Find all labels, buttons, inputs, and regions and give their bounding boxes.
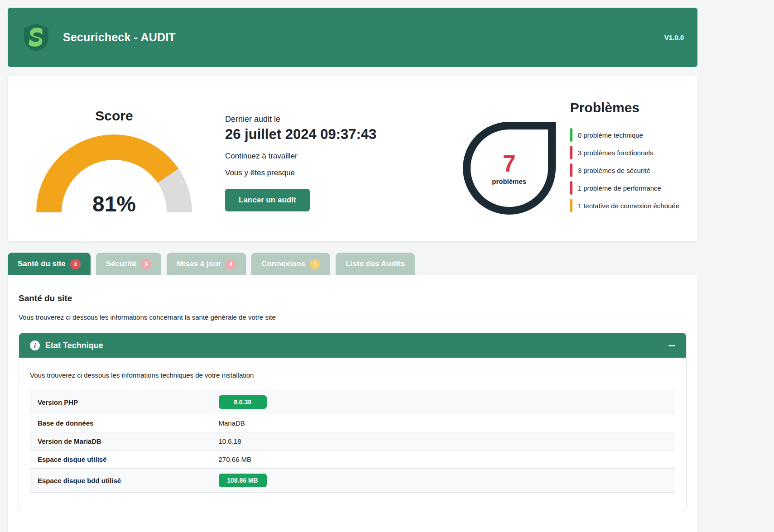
tab-liste-des-audits[interactable]: Liste des Audits bbox=[336, 253, 415, 275]
score-title: Score bbox=[26, 108, 202, 124]
row-value-pill: 108.86 MB bbox=[219, 474, 267, 487]
audit-message-1: Continuez à travailler bbox=[225, 152, 411, 161]
tab-label: Santé du site bbox=[18, 259, 66, 268]
problem-label: 3 problèmes de sécurité bbox=[578, 167, 650, 174]
panel-description: Vous trouverez ci dessous les informatio… bbox=[30, 371, 675, 379]
problems-section: 7 problèmes Problèmes 0 problème techniq… bbox=[463, 96, 679, 216]
problems-count-label: problèmes bbox=[492, 177, 526, 185]
row-label: Version PHP bbox=[30, 390, 212, 414]
problems-title: Problèmes bbox=[570, 100, 679, 115]
row-value-cell: 108.86 MB bbox=[212, 469, 675, 493]
tech-table-row: Version de MariaDB10.6.18 bbox=[30, 432, 675, 451]
audit-section: Dernier audit le 26 juillet 2024 09:37:4… bbox=[225, 96, 411, 216]
content-subtitle: Vous trouverez ci dessous les informatio… bbox=[19, 313, 687, 321]
tab-label: Mises à jour bbox=[177, 259, 221, 268]
panel-header[interactable]: i Etat Technique − bbox=[19, 333, 686, 358]
audit-message-2: Vous y êtes presque bbox=[225, 168, 411, 177]
problems-legend: 0 problème technique3 problèmes fonction… bbox=[570, 128, 679, 212]
panel-body: Vous trouverez ci dessous les informatio… bbox=[19, 358, 686, 511]
problem-label: 1 tentative de connexion échouée bbox=[578, 202, 679, 210]
tab-label: Sécurité bbox=[106, 259, 136, 268]
problem-legend-item: 3 problèmes de sécurité bbox=[570, 163, 679, 177]
last-audit-date: 26 juillet 2024 09:37:43 bbox=[225, 126, 411, 143]
row-label: Espace disque bdd utilisé bbox=[30, 469, 212, 493]
score-section: Score 81% bbox=[26, 96, 202, 216]
score-gauge: 81% bbox=[36, 134, 192, 212]
tech-table-row: Espace disque utilisé270.66 MB bbox=[30, 451, 675, 469]
row-value: 10.6.18 bbox=[219, 437, 241, 445]
problem-color-bar-icon bbox=[570, 146, 572, 159]
app-header: Securicheck - AUDIT V1.0.0 bbox=[8, 8, 697, 67]
launch-audit-button[interactable]: Lancer un audit bbox=[225, 189, 310, 211]
problem-color-bar-icon bbox=[570, 163, 572, 177]
tab-bar: Santé du site4Sécurité3Mises à jour4Conn… bbox=[8, 253, 697, 275]
app-version: V1.0.0 bbox=[664, 34, 684, 41]
row-value-cell: 8.0.30 bbox=[212, 390, 675, 414]
score-value: 81% bbox=[36, 193, 192, 215]
row-label: Base de données bbox=[30, 414, 212, 432]
summary-card: Score 81% Dernier audit le 26 juillet 20… bbox=[8, 76, 697, 241]
info-icon: i bbox=[30, 340, 40, 350]
row-label: Espace disque utilisé bbox=[30, 451, 212, 469]
content-title: Santé du site bbox=[19, 293, 687, 303]
row-value-cell: 10.6.18 bbox=[212, 432, 675, 451]
problem-color-bar-icon bbox=[570, 181, 572, 195]
row-value: 270.66 MB bbox=[219, 455, 252, 463]
problem-legend-item: 1 problème de performance bbox=[570, 181, 679, 195]
row-value-cell: MariaDB bbox=[212, 414, 675, 432]
app-title: Securicheck - AUDIT bbox=[63, 31, 176, 44]
problem-legend-item: 3 problèmes fonctionnels bbox=[570, 146, 679, 159]
collapse-icon[interactable]: − bbox=[668, 340, 675, 351]
problem-color-bar-icon bbox=[570, 128, 572, 142]
tab-label: Connexions bbox=[261, 259, 305, 268]
tab-badge: 4 bbox=[70, 259, 81, 269]
problem-label: 0 problème technique bbox=[578, 131, 643, 139]
tech-table-row: Espace disque bdd utilisé108.86 MB bbox=[30, 469, 675, 493]
problem-label: 3 problèmes fonctionnels bbox=[578, 149, 654, 157]
problem-color-bar-icon bbox=[570, 199, 572, 212]
problem-legend-item: 1 tentative de connexion échouée bbox=[570, 199, 679, 212]
etat-technique-panel: i Etat Technique − Vous trouverez ci des… bbox=[19, 333, 687, 511]
problem-legend-item: 0 problème technique bbox=[570, 128, 679, 142]
tech-table-row: Base de donnéesMariaDB bbox=[30, 414, 675, 432]
tab-label: Liste des Audits bbox=[346, 259, 405, 268]
row-value: MariaDB bbox=[219, 419, 245, 427]
row-value-pill: 8.0.30 bbox=[219, 395, 267, 409]
panel-title: Etat Technique bbox=[45, 341, 103, 350]
tab-mises-a-jour[interactable]: Mises à jour4 bbox=[167, 253, 246, 275]
problems-ring-wrap: 7 problèmes bbox=[463, 96, 556, 216]
problem-label: 1 problème de performance bbox=[578, 184, 661, 192]
tab-content-card: Santé du site Vous trouverez ci dessous … bbox=[8, 275, 697, 532]
last-audit-label: Dernier audit le bbox=[225, 115, 411, 124]
tab-badge: 4 bbox=[226, 259, 236, 269]
tab-securite[interactable]: Sécurité3 bbox=[96, 253, 161, 275]
securicheck-logo-icon bbox=[21, 23, 51, 53]
problems-count: 7 bbox=[503, 152, 516, 175]
tech-info-table: Version PHP8.0.30Base de donnéesMariaDBV… bbox=[30, 390, 675, 493]
page-container: Securicheck - AUDIT V1.0.0 Score 81% Der… bbox=[8, 8, 697, 532]
tab-badge: 1 bbox=[310, 259, 320, 269]
row-label: Version de MariaDB bbox=[30, 432, 212, 451]
tab-badge: 3 bbox=[141, 259, 151, 269]
tab-connexions[interactable]: Connexions1 bbox=[251, 253, 330, 275]
problems-legend-column: Problèmes 0 problème technique3 problème… bbox=[570, 96, 679, 216]
row-value-cell: 270.66 MB bbox=[212, 451, 675, 469]
tech-table-row: Version PHP8.0.30 bbox=[30, 390, 675, 414]
tab-sante-du-site[interactable]: Santé du site4 bbox=[8, 253, 91, 275]
problems-ring: 7 problèmes bbox=[463, 122, 556, 215]
